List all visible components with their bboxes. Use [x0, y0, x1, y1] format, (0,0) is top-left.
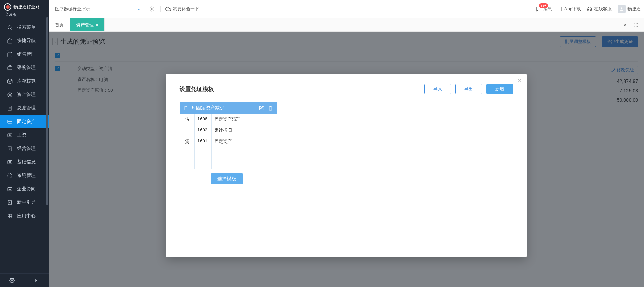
- sidebar-item-guide[interactable]: 新手引导: [0, 196, 49, 209]
- sidebar-bottom: [0, 273, 49, 287]
- add-button[interactable]: 新增: [486, 84, 513, 94]
- svg-point-19: [8, 173, 12, 178]
- sidebar-item-label: 快捷导航: [17, 38, 36, 44]
- info-icon: [7, 159, 13, 165]
- name-cell: 固定资产清理: [212, 114, 277, 125]
- tab-label: 资产管理: [76, 22, 94, 28]
- sidebar-item-label: 库存核算: [17, 78, 36, 84]
- svg-rect-3: [8, 66, 12, 69]
- sidebar-item-label: 采购管理: [17, 65, 36, 71]
- sidebar-item-label: 销售管理: [17, 51, 36, 57]
- sidebar-item-label: 搜索菜单: [17, 24, 36, 30]
- sidebar-item-label: 经营管理: [17, 146, 36, 152]
- sidebar-item-label: 总账管理: [17, 105, 36, 111]
- svg-rect-24: [10, 214, 12, 216]
- asset-icon: [7, 119, 13, 125]
- code-cell: 1601: [195, 136, 212, 147]
- template-row: 1602累计折旧: [180, 125, 277, 136]
- svg-rect-25: [8, 216, 9, 218]
- online-service-label: 在线客服: [594, 6, 612, 12]
- sidebar-item-label: 企业协同: [17, 186, 36, 192]
- sidebar-item-search[interactable]: 搜索菜单: [0, 21, 49, 34]
- headset-icon: [587, 6, 592, 12]
- sidebar-item-home[interactable]: 快捷导航: [0, 34, 49, 47]
- sidebar-item-biz[interactable]: 经营管理: [0, 142, 49, 155]
- dc-cell: 借: [180, 114, 195, 125]
- sidebar-item-label: 系统管理: [17, 172, 36, 179]
- user-menu[interactable]: 畅捷通: [618, 5, 641, 13]
- brand-logo-icon: [4, 3, 11, 11]
- sidebar-item-ledger[interactable]: 总账管理: [0, 101, 49, 115]
- sidebar-item-cart[interactable]: 采购管理: [0, 61, 49, 74]
- svg-rect-29: [559, 7, 562, 11]
- template-card: 5-固定资产减少 借1606固定资产清理1602累计折旧贷1601固定资产: [180, 102, 277, 169]
- sidebar-item-box[interactable]: 库存核算: [0, 74, 49, 88]
- template-row: 借1606固定资产清理: [180, 114, 277, 125]
- import-button[interactable]: 导入: [424, 84, 451, 94]
- bag-icon: [7, 51, 13, 57]
- home-icon: [7, 38, 13, 44]
- chevron-down-icon: ⌄: [137, 6, 141, 11]
- sidebar-item-coin[interactable]: 资金管理: [0, 88, 49, 101]
- messages-button[interactable]: 99+ 消息: [536, 6, 552, 12]
- svg-point-31: [621, 7, 623, 9]
- template-row-empty: [180, 158, 277, 169]
- main-area: 医疗器械行业演示 ⌄ 我要体验一下 99+ 消息 App下载: [49, 0, 644, 287]
- dc-cell: [180, 125, 195, 136]
- collapse-sidebar-icon[interactable]: [25, 274, 49, 287]
- modal-title: 设置凭证模板: [180, 85, 214, 93]
- try-experience-button[interactable]: 我要体验一下: [165, 6, 199, 12]
- svg-rect-26: [10, 216, 12, 218]
- tab-1[interactable]: 资产管理×: [70, 18, 105, 31]
- sidebar-item-salary[interactable]: 工资: [0, 128, 49, 142]
- modal-overlay[interactable]: ✕ 设置凭证模板 导入 导出 新增: [49, 32, 644, 287]
- online-service-button[interactable]: 在线客服: [587, 6, 612, 12]
- export-button[interactable]: 导出: [455, 84, 482, 94]
- sidebar-item-bag[interactable]: 销售管理: [0, 47, 49, 61]
- sidebar-item-label: 资金管理: [17, 92, 36, 98]
- sidebar-item-sys[interactable]: 系统管理: [0, 169, 49, 182]
- close-tab-icon[interactable]: ✕: [623, 22, 627, 27]
- fullscreen-icon[interactable]: [633, 23, 638, 27]
- try-experience-label: 我要体验一下: [173, 6, 199, 12]
- svg-rect-20: [8, 187, 12, 191]
- name-cell: 累计折旧: [212, 125, 277, 136]
- cloud-icon: [165, 6, 171, 12]
- delete-template-icon[interactable]: [267, 106, 274, 111]
- sidebar-item-info[interactable]: 基础信息: [0, 155, 49, 169]
- modal-close-icon[interactable]: ✕: [517, 77, 522, 85]
- box-icon: [7, 78, 13, 84]
- app-download-button[interactable]: App下载: [558, 6, 581, 12]
- sidebar-scrollbar[interactable]: [46, 17, 48, 272]
- biz-icon: [7, 146, 13, 152]
- sidebar-item-collab[interactable]: 企业协同: [0, 182, 49, 196]
- user-avatar-icon: [618, 5, 626, 13]
- brand-name: 畅捷通好业财: [13, 4, 40, 10]
- tab-label: 首页: [55, 22, 64, 28]
- tenant-selector[interactable]: 医疗器械行业演示 ⌄: [53, 6, 143, 12]
- sidebar-item-label: 工资: [17, 132, 26, 138]
- svg-rect-23: [8, 214, 9, 216]
- edit-template-icon[interactable]: [258, 106, 265, 111]
- clipboard-icon: [183, 105, 189, 111]
- tabs-bar: 首页资产管理× ✕: [49, 18, 644, 32]
- tab-0[interactable]: 首页: [49, 18, 70, 31]
- guide-icon: [7, 199, 13, 205]
- select-template-button[interactable]: 选择模板: [211, 173, 243, 184]
- collab-icon: [7, 186, 13, 192]
- brand-edition: 普及版: [0, 12, 49, 21]
- tenant-name: 医疗器械行业演示: [55, 6, 90, 12]
- svg-line-1: [11, 28, 12, 29]
- sidebar: 畅捷通好业财 普及版 搜索菜单快捷导航销售管理采购管理库存核算资金管理总账管理固…: [0, 0, 49, 287]
- svg-rect-10: [8, 134, 12, 137]
- code-cell: 1602: [195, 125, 212, 136]
- sidebar-item-apps[interactable]: 应用中心: [0, 209, 49, 223]
- sidebar-item-asset[interactable]: 固定资产: [0, 115, 49, 128]
- tenant-settings-icon[interactable]: [148, 5, 156, 13]
- svg-point-0: [8, 25, 11, 29]
- search-icon: [7, 24, 13, 30]
- sidebar-item-label: 基础信息: [17, 159, 36, 165]
- tab-close-icon[interactable]: ×: [96, 22, 98, 28]
- settings-gear-icon[interactable]: [0, 274, 25, 287]
- user-name-label: 畅捷通: [627, 6, 641, 12]
